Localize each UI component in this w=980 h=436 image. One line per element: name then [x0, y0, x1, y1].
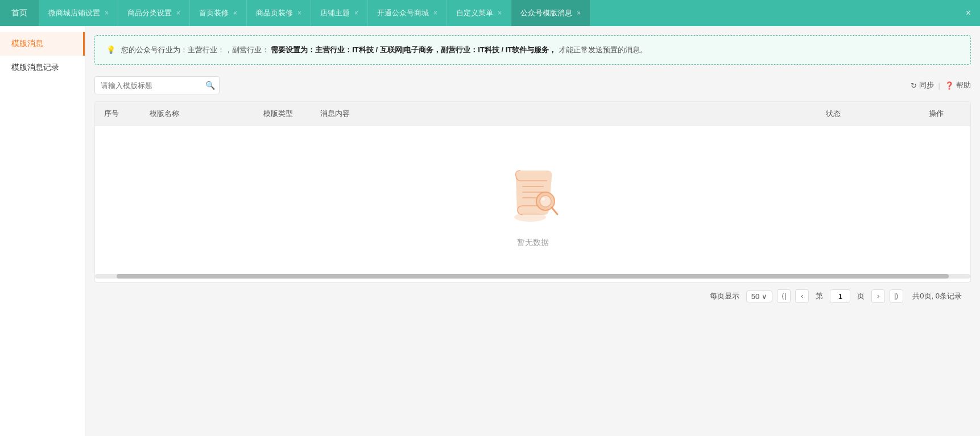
pagination: 每页显示 50 ∨ ⟨| ‹ 第 页 › |⟩ 共0页, 0条记录: [94, 283, 971, 310]
first-page-button[interactable]: ⟨|: [777, 289, 791, 303]
sidebar: 模版消息 模版消息记录: [0, 26, 85, 436]
sync-icon: ↻: [911, 81, 917, 90]
data-table: 序号 模版名称 模版类型 消息内容 状态 操作: [94, 101, 971, 283]
toolbar-right: ↻ 同步 | ❓ 帮助: [911, 80, 971, 90]
sync-label: 同步: [919, 80, 934, 90]
store-theme-label: 店铺主题: [320, 8, 350, 18]
svg-point-5: [540, 196, 551, 207]
th-action: 操作: [902, 102, 970, 126]
sidebar-template-msg-log-label: 模版消息记录: [11, 63, 59, 72]
horizontal-scrollbar[interactable]: [95, 274, 970, 279]
empty-illustration: [499, 160, 567, 229]
toolbar-divider: |: [938, 81, 940, 90]
th-type: 模版类型: [254, 102, 311, 126]
prev-page-button[interactable]: ‹: [795, 289, 809, 303]
close-open-wechat-mall[interactable]: ×: [433, 9, 437, 17]
nav-tab-homepage-decor[interactable]: 首页装修 ×: [190, 0, 247, 26]
th-name: 模版名称: [140, 102, 254, 126]
sidebar-item-template-msg[interactable]: 模版消息: [0, 32, 85, 56]
nav-tab-home[interactable]: 首页: [0, 0, 39, 26]
page-unit: 页: [857, 291, 865, 301]
nav-tab-product-decor[interactable]: 商品页装修 ×: [247, 0, 311, 26]
wechat-template-label: 公众号模版消息: [520, 8, 572, 18]
top-nav: 首页 微商城店铺设置 × 商品分类设置 × 首页装修 × 商品页装修 × 店铺主…: [0, 0, 980, 26]
help-icon: ❓: [945, 81, 954, 90]
sync-button[interactable]: ↻ 同步: [911, 80, 934, 90]
wsc-setting-label: 微商城店铺设置: [48, 8, 100, 18]
nav-tab-product-category[interactable]: 商品分类设置 ×: [118, 0, 190, 26]
close-all-tabs[interactable]: ×: [957, 8, 980, 18]
page-label: 第: [816, 291, 823, 301]
help-label: 帮助: [956, 80, 971, 90]
nav-tab-open-wechat-mall[interactable]: 开通公众号商城 ×: [368, 0, 447, 26]
search-input-wrap: 🔍: [94, 76, 220, 94]
th-content: 消息内容: [311, 102, 817, 126]
close-wechat-template[interactable]: ×: [577, 9, 581, 17]
main-layout: 模版消息 模版消息记录 💡 您的公众号行业为：主营行业：，副营行业： 需要设置为…: [0, 26, 980, 436]
help-button[interactable]: ❓ 帮助: [945, 80, 971, 90]
notice-highlight: 需要设置为：主营行业：IT科技 / 互联网|电子商务，副营行业：IT科技 / I…: [271, 45, 556, 54]
th-seq: 序号: [95, 102, 140, 126]
search-input[interactable]: [94, 76, 220, 94]
close-product-category[interactable]: ×: [176, 9, 180, 17]
page-number-input[interactable]: [830, 289, 850, 303]
search-icon[interactable]: 🔍: [205, 81, 215, 90]
svg-point-7: [541, 197, 545, 201]
search-bar: 🔍 ↻ 同步 | ❓ 帮助: [94, 76, 971, 94]
nav-tab-wechat-template[interactable]: 公众号模版消息 ×: [511, 0, 590, 26]
scrollbar-thumb: [117, 274, 948, 279]
table-header: 序号 模版名称 模版类型 消息内容 状态 操作: [95, 102, 970, 126]
product-decor-label: 商品页装修: [256, 8, 293, 18]
sidebar-item-template-msg-log[interactable]: 模版消息记录: [0, 56, 85, 80]
nav-tab-wsc-setting[interactable]: 微商城店铺设置 ×: [39, 0, 118, 26]
close-wsc-setting[interactable]: ×: [105, 9, 109, 17]
close-product-decor[interactable]: ×: [297, 9, 301, 17]
product-category-label: 商品分类设置: [127, 8, 172, 18]
page-size-select[interactable]: 50 ∨: [746, 290, 772, 302]
empty-text: 暂无数据: [517, 238, 549, 248]
page-size-label: 每页显示: [710, 291, 739, 301]
next-page-button[interactable]: ›: [871, 289, 885, 303]
content-area: 💡 您的公众号行业为：主营行业：，副营行业： 需要设置为：主营行业：IT科技 /…: [85, 26, 980, 436]
last-page-button[interactable]: |⟩: [890, 289, 903, 303]
th-status: 状态: [817, 102, 902, 126]
bulb-icon: 💡: [106, 45, 115, 54]
home-tab-label: 首页: [11, 8, 27, 18]
notice-box: 💡 您的公众号行业为：主营行业：，副营行业： 需要设置为：主营行业：IT科技 /…: [94, 35, 971, 65]
svg-line-6: [552, 207, 557, 214]
page-size-value: 50: [751, 292, 759, 301]
close-custom-menu[interactable]: ×: [498, 9, 502, 17]
close-homepage-decor[interactable]: ×: [233, 9, 237, 17]
empty-state: 暂无数据: [95, 126, 970, 271]
open-wechat-mall-label: 开通公众号商城: [377, 8, 429, 18]
homepage-decor-label: 首页装修: [199, 8, 229, 18]
notice-suffix: 才能正常发送预置的消息。: [559, 45, 647, 54]
page-size-dropdown-icon: ∨: [762, 292, 767, 301]
custom-menu-label: 自定义菜单: [456, 8, 493, 18]
close-store-theme[interactable]: ×: [354, 9, 358, 17]
nav-tab-custom-menu[interactable]: 自定义菜单 ×: [447, 0, 511, 26]
sidebar-template-msg-label: 模版消息: [11, 39, 43, 48]
notice-prefix: 您的公众号行业为：主营行业：，副营行业：: [121, 45, 269, 54]
nav-tab-store-theme[interactable]: 店铺主题 ×: [311, 0, 368, 26]
total-text: 共0页, 0条记录: [912, 291, 962, 301]
